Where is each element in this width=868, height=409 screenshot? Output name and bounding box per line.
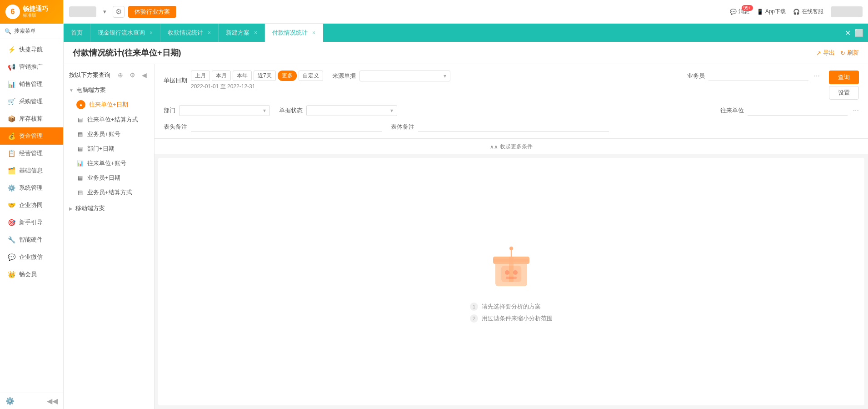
sidebar-item-basic[interactable]: 🗂️ 基础信息: [0, 162, 63, 179]
service-action[interactable]: 🎧 在线客服: [793, 8, 823, 15]
docstatus-select-arrow: ▾: [390, 107, 393, 114]
svg-rect-4: [501, 266, 521, 282]
tab-payment-stat-close[interactable]: ×: [208, 30, 211, 36]
panel-item-partner-date[interactable]: ● 往来单位+日期: [64, 97, 154, 112]
manage-plan-icon[interactable]: ⚙: [128, 71, 137, 80]
sidebar-item-operations[interactable]: 📋 经营管理: [0, 145, 63, 162]
window-expand-icon[interactable]: ⬜: [854, 29, 863, 37]
sidebar-item-enterprise[interactable]: 🤝 企业协同: [0, 197, 63, 214]
date-btn-this-year[interactable]: 本年: [233, 71, 252, 81]
sidebar-item-quick-nav[interactable]: ⚡ 快捷导航: [0, 41, 63, 58]
source-label: 来源单据: [332, 72, 356, 80]
sidebar-item-finance[interactable]: 💰 资金管理: [0, 127, 63, 145]
tab-home[interactable]: 首页: [64, 24, 90, 42]
sidebar-item-inventory[interactable]: 📦 库存核算: [0, 110, 63, 127]
refresh-icon: ↻: [840, 50, 845, 56]
sidebar-item-marketing[interactable]: 📢 营销推广: [0, 58, 63, 76]
header-note-input[interactable]: [191, 121, 382, 132]
collapse-icon[interactable]: ◀◀: [47, 397, 58, 405]
export-btn[interactable]: ↗ 导出: [816, 49, 835, 57]
section-arrow-icon: ▶: [69, 206, 73, 211]
body-note-input[interactable]: [418, 121, 609, 132]
panel-item-partner-account[interactable]: 📊 往来单位+账号: [64, 156, 154, 171]
tab-pay-stat[interactable]: 付款情况统计 ×: [265, 24, 323, 42]
partner-dots[interactable]: ···: [853, 106, 859, 115]
collapse-bar[interactable]: ∧∧ 收起更多条件: [155, 139, 868, 154]
app-icon: 📱: [757, 9, 763, 15]
sidebar-item-system[interactable]: ⚙️ 系统管理: [0, 179, 63, 197]
panel-header-actions: ⊕ ⚙ ◀: [116, 71, 149, 80]
message-icon: 💬: [730, 9, 737, 15]
logo-text: 畅捷通巧: [23, 5, 48, 13]
tab-new-plan[interactable]: 新建方案 ×: [219, 24, 265, 42]
header-note-label: 表头备注: [164, 123, 187, 131]
settings-gear-icon[interactable]: ⚙: [113, 6, 125, 18]
date-btn-7days[interactable]: 近7天: [254, 71, 276, 81]
chevron-up-icon: ∧∧: [490, 144, 498, 150]
dept-select[interactable]: ▾: [179, 105, 270, 116]
date-btn-custom[interactable]: 自定义: [299, 71, 323, 81]
sidebar-item-hardware[interactable]: 🔧 智能硬件: [0, 231, 63, 248]
date-btn-last-month[interactable]: 上月: [191, 71, 210, 81]
partner-input[interactable]: [748, 105, 848, 116]
message-action[interactable]: 💬 消息 99+: [730, 8, 749, 15]
date-btn-more[interactable]: 更多: [278, 71, 297, 81]
sidebar-item-weixin[interactable]: 💬 企业微信: [0, 248, 63, 266]
sidebar-logo: 6 畅捷通巧 标准版: [0, 0, 63, 24]
panel-item-label: 业务员+账号: [87, 130, 120, 138]
panel-item-staff-settle[interactable]: ▤ 业务员+结算方式: [64, 185, 154, 200]
tab-new-plan-close[interactable]: ×: [254, 30, 257, 36]
panel-section-pc-header[interactable]: ▼ 电脑端方案: [64, 83, 154, 97]
staff-dots[interactable]: ···: [814, 72, 820, 80]
svg-point-6: [513, 270, 518, 275]
tab-bank-flow[interactable]: 现金银行流水查询 ×: [90, 24, 160, 42]
panel-item-partner-settle[interactable]: ▤ 往来单位+结算方式: [64, 112, 154, 127]
panel-item-staff-date[interactable]: ▤ 业务员+日期: [64, 171, 154, 185]
sidebar-item-sales[interactable]: 📊 销售管理: [0, 76, 63, 93]
date-btn-this-month[interactable]: 本月: [212, 71, 231, 81]
filter-action-btns: 查询 设置: [829, 71, 859, 100]
sidebar-item-purchase[interactable]: 🛒 采购管理: [0, 93, 63, 110]
sidebar-item-label: 基础信息: [19, 167, 43, 175]
filter-date-item: 单据日期 上月 本月 本年 近7天 更多 自定义: [164, 71, 323, 91]
add-plan-icon[interactable]: ⊕: [116, 71, 125, 80]
source-select[interactable]: ▾: [359, 71, 450, 81]
main-area: ▾ ⚙ 体验行业方案 💬 消息 99+ 📱 App下载 🎧 在线客服 首页: [64, 0, 868, 409]
tab-payment-stat-label: 收款情况统计: [168, 29, 203, 37]
enterprise-icon: 🤝: [7, 201, 15, 209]
settings-icon[interactable]: ⚙️: [5, 397, 15, 405]
sidebar-item-member[interactable]: 👑 畅会员: [0, 266, 63, 283]
hardware-icon: 🔧: [7, 236, 15, 244]
panel-item-staff-account[interactable]: ▤ 业务员+账号: [64, 127, 154, 141]
panel-section-mobile-header[interactable]: ▶ 移动端方案: [64, 202, 154, 215]
topbar: ▾ ⚙ 体验行业方案 💬 消息 99+ 📱 App下载 🎧 在线客服: [64, 0, 868, 24]
query-btn[interactable]: 查询: [829, 71, 859, 84]
tab-bank-flow-close[interactable]: ×: [150, 30, 153, 36]
sidebar-item-guide[interactable]: 🎯 新手引导: [0, 214, 63, 231]
tab-pay-stat-label: 付款情况统计: [272, 29, 308, 37]
active-indicator: ●: [76, 100, 85, 109]
empty-tip-1: 1 请先选择要分析的方案: [470, 303, 553, 311]
marketing-icon: 📢: [7, 63, 15, 71]
refresh-btn[interactable]: ↻ 刷新: [840, 49, 859, 57]
trial-btn[interactable]: 体验行业方案: [128, 6, 176, 18]
docstatus-label: 单据状态: [279, 106, 303, 115]
filter-dept-item: 部门 ▾: [164, 105, 270, 116]
app-download-action[interactable]: 📱 App下载: [757, 8, 786, 15]
collapse-panel-icon[interactable]: ◀: [140, 71, 149, 80]
window-close-icon[interactable]: ✕: [845, 29, 851, 37]
sidebar-nav: ⚡ 快捷导航 📢 营销推广 📊 销售管理 🛒 采购管理 📦 库存核算 💰 资金管…: [0, 39, 63, 393]
sidebar-search[interactable]: 🔍 搜索菜单: [0, 24, 63, 39]
table-icon: ▤: [76, 116, 84, 123]
tab-payment-stat[interactable]: 收款情况统计 ×: [160, 24, 219, 42]
docstatus-select[interactable]: ▾: [306, 105, 397, 116]
section-label: 移动端方案: [75, 204, 105, 212]
setting-btn[interactable]: 设置: [829, 86, 859, 100]
panel-item-dept-date[interactable]: ▤ 部门+日期: [64, 141, 154, 156]
tip-text-1: 请先选择要分析的方案: [482, 303, 541, 311]
tab-pay-stat-close[interactable]: ×: [312, 30, 315, 36]
body-wrap: 按以下方案查询 ⊕ ⚙ ◀ ▼ 电脑端方案 ● 往来单位+日期: [64, 64, 868, 409]
company-dropdown-icon[interactable]: ▾: [100, 7, 109, 16]
staff-input[interactable]: [708, 71, 808, 81]
inventory-icon: 📦: [7, 115, 15, 123]
